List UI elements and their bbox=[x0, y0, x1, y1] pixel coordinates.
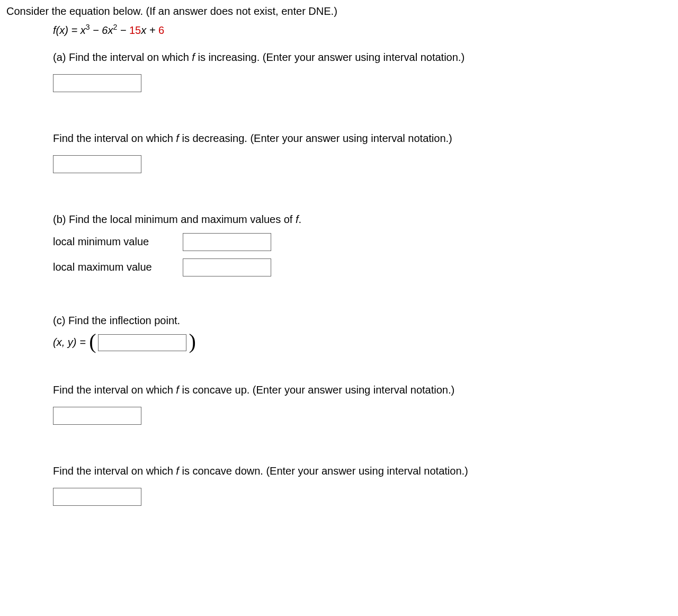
eq-lhs: f(x) = x bbox=[53, 24, 86, 36]
close-paren-icon: ) bbox=[189, 331, 195, 352]
local-max-label: local maximum value bbox=[53, 261, 167, 273]
local-min-input[interactable] bbox=[183, 233, 271, 251]
part-a-decreasing: Find the interval on which f is decreasi… bbox=[53, 132, 672, 145]
intro-text: Consider the equation below. (If an answ… bbox=[6, 5, 672, 17]
part-b-heading: (b) Find the local minimum and maximum v… bbox=[53, 213, 672, 226]
eq-coef15: 15 bbox=[129, 24, 141, 36]
concave-down-text: Find the interval on which f is concave … bbox=[53, 465, 672, 477]
eq-minus6x: − 6x bbox=[90, 24, 113, 36]
eq-minus: − bbox=[117, 24, 129, 36]
eq-xplus: x + bbox=[141, 24, 158, 36]
decreasing-interval-input[interactable] bbox=[53, 155, 141, 173]
part-c-heading: (c) Find the inflection point. bbox=[53, 315, 672, 327]
part-a-increasing-text: (a) Find the interval on which f is incr… bbox=[53, 51, 465, 63]
inflection-point-input[interactable] bbox=[98, 334, 186, 351]
open-paren-icon: ( bbox=[89, 331, 96, 352]
increasing-interval-input[interactable] bbox=[53, 74, 141, 92]
eq-coef6: 6 bbox=[158, 24, 164, 36]
part-b-heading-text: (b) Find the local minimum and maximum v… bbox=[53, 213, 301, 225]
concave-up-text: Find the interval on which f is concave … bbox=[53, 384, 672, 396]
xy-equals: = bbox=[79, 336, 86, 349]
local-min-label: local minimum value bbox=[53, 236, 167, 248]
concave-down-input[interactable] bbox=[53, 488, 141, 506]
inflection-point-row: (x, y) = ( ) bbox=[53, 332, 672, 353]
part-a-increasing: (a) Find the interval on which f is incr… bbox=[53, 51, 672, 64]
concave-down-label: Find the interval on which f is concave … bbox=[53, 465, 468, 477]
part-c-heading-text: (c) Find the inflection point. bbox=[53, 315, 180, 326]
xy-label: (x, y) bbox=[53, 336, 76, 349]
local-max-input[interactable] bbox=[183, 258, 271, 276]
concave-up-label: Find the interval on which f is concave … bbox=[53, 384, 454, 396]
concave-up-input[interactable] bbox=[53, 407, 141, 425]
part-a-decreasing-text: Find the interval on which f is decreasi… bbox=[53, 132, 452, 144]
equation: f(x) = x3 − 6x2 − 15x + 6 bbox=[53, 23, 672, 37]
